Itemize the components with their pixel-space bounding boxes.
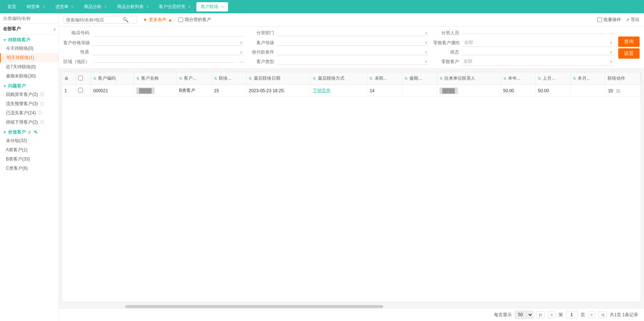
retail-attr-caret-icon: ∨ (610, 41, 612, 45)
sort-icon-this-month: ⇅ (573, 76, 576, 80)
contact-person-masked: ████ (440, 87, 458, 94)
export-btn[interactable]: ↗ 导出 (626, 17, 640, 23)
cell-contact-count: 15 (211, 85, 246, 97)
edit-value-icon[interactable]: ✎ (34, 130, 38, 135)
customer-type-caret-icon: ∨ (425, 59, 427, 63)
query-button[interactable]: 查询 (618, 37, 640, 47)
nav-sales[interactable]: 销货单 × (22, 2, 49, 11)
sidebar-search-input[interactable] (3, 16, 58, 21)
more-filter-btn[interactable]: ▼ 更多条件 ▲ (140, 15, 175, 24)
my-customers-checkbox[interactable] (178, 17, 183, 22)
last-page-btn[interactable]: >| (598, 311, 607, 318)
filter-status-select[interactable]: ∨ (462, 49, 614, 55)
settings-button[interactable]: 设置 (618, 48, 640, 59)
filter-customer-type-select[interactable]: ∨ (277, 59, 429, 65)
horizontal-scrollbar[interactable] (59, 305, 644, 308)
scrollbar-thumb[interactable] (125, 305, 383, 308)
filter-phone-input[interactable] (92, 30, 244, 37)
filter-dept-select[interactable]: ∨ (277, 30, 429, 36)
sidebar-item-churned[interactable]: 已流失客户(24) ⓘ (0, 108, 59, 118)
close-purchase-tab-icon[interactable]: × (71, 5, 74, 9)
cell-actions: ☎ ⊞ (605, 85, 641, 97)
close-customer-contact-tab-icon[interactable]: × (221, 5, 224, 9)
next-page-btn[interactable]: > (588, 311, 595, 318)
info-icon-repurchase[interactable]: ⓘ (40, 92, 44, 97)
row-checkbox[interactable] (78, 88, 83, 93)
filter-nature: 性质 ∨ (63, 49, 244, 55)
filter-person-dots[interactable]: ··· (609, 30, 614, 36)
filter-buttons: 查询 设置 (618, 30, 640, 66)
cell-this-year: 50.00 (501, 85, 536, 97)
main-search-box: 🔍 (63, 16, 137, 24)
main-search-input[interactable] (66, 17, 121, 23)
content-area: 🔍 ▼ 更多条件 ▲ 我分管的客户 批量操作 ↗ 导出 (59, 13, 644, 321)
close-product-analysis-tab-icon[interactable]: × (105, 5, 107, 9)
sidebar-all-customers[interactable]: 全部客户 « (0, 24, 59, 35)
sidebar-item-7days[interactable]: 近7天待联络(0) (0, 62, 59, 72)
filter-retail-attr-select[interactable]: 全部 ∨ (463, 39, 614, 47)
filter-region: 区域（地区） ··· (63, 59, 244, 65)
nav-product-analysis[interactable]: 商品分析 × (80, 2, 111, 11)
filter-region-input[interactable] (93, 61, 235, 63)
sort-icon-name: ⇅ (136, 76, 139, 80)
info-icon-churn-warning[interactable]: ⓘ (40, 101, 44, 107)
filter-person-input[interactable] (462, 32, 605, 34)
nav-customer-tier[interactable]: 客户分层经营 × (154, 2, 195, 11)
nav-product-analysis-list[interactable]: 商品分析列表 × (113, 2, 153, 11)
per-page-select[interactable]: 50 100 200 (515, 311, 533, 319)
col-last-contact-method: ⇅ 最后联络方式 (311, 72, 367, 85)
filter-customer-level-select[interactable]: ∨ (277, 40, 429, 46)
customer-level-caret-icon: ∨ (425, 41, 427, 45)
filter-person: 分管人员 ··· (433, 30, 614, 36)
filter-price-level-select[interactable]: ∨ (93, 40, 244, 46)
nav-customer-contact[interactable]: 客户联络 × (196, 2, 228, 11)
sidebar-item-declining[interactable]: 持续下滑客户(2) ⓘ (0, 118, 59, 127)
filter-region-dots[interactable]: ··· (239, 59, 244, 65)
sidebar-item-repurchase[interactable]: 回购异常客户(2) ⓘ (0, 90, 59, 99)
first-page-btn[interactable]: |< (536, 311, 545, 318)
batch-op-btn[interactable]: 批量操作 (597, 17, 621, 23)
grid-action-icon[interactable]: ⊞ (616, 88, 620, 94)
filter-region-label: 区域（地区） (63, 59, 90, 65)
filter-phone: 电话号码 (63, 30, 244, 37)
last-method-link[interactable]: 下销货单 (313, 88, 330, 93)
nav-home[interactable]: 首页 (3, 2, 21, 11)
sidebar-item-churn-warning[interactable]: 流失预警客户(3) ⓘ (0, 99, 59, 108)
phone-action-icon[interactable]: ☎ (608, 88, 614, 94)
close-customer-tier-tab-icon[interactable]: × (188, 5, 190, 9)
filter-payment-select[interactable]: ∨ (277, 49, 429, 55)
sidebar-item-today[interactable]: 今天待联络(0) (0, 44, 59, 53)
close-product-list-tab-icon[interactable]: × (147, 5, 149, 9)
col-contact-person: ⇅ 往来单位联系人 (437, 72, 501, 85)
nav-purchase[interactable]: 进货单 × (51, 2, 78, 11)
sort-icon-method: ⇅ (313, 76, 316, 80)
col-last-contact-date: ⇅ 最后联络日期 (246, 72, 311, 85)
cell-type: B类客户 (177, 85, 212, 97)
close-sales-tab-icon[interactable]: × (43, 5, 45, 9)
batch-checkbox[interactable] (597, 17, 602, 22)
sidebar-item-c-class[interactable]: C类客户(6) (0, 164, 59, 173)
select-all-checkbox[interactable] (78, 76, 83, 80)
refresh-value-icon[interactable]: ↺ (27, 130, 31, 135)
sidebar-item-tomorrow[interactable]: 明天待联络(1) (0, 53, 59, 62)
page-input[interactable] (566, 311, 578, 318)
info-icon-churned[interactable]: ⓘ (38, 110, 42, 116)
settings-gear-icon[interactable]: ⚙ (64, 76, 69, 81)
main-search-icon[interactable]: 🔍 (123, 17, 129, 23)
filter-nature-select[interactable]: ∨ (92, 49, 244, 55)
page-label: 第 (559, 312, 563, 318)
sidebar-item-b-class[interactable]: B类客户(33) (0, 155, 59, 164)
sidebar-item-ungrouped[interactable]: 未分组(32) (0, 136, 59, 145)
group-arrow-icon2: ▼ (3, 84, 7, 88)
toolbar: 🔍 ▼ 更多条件 ▲ 我分管的客户 批量操作 ↗ 导出 (59, 13, 644, 27)
prev-page-btn[interactable]: < (548, 311, 555, 318)
price-level-caret-icon: ∨ (240, 41, 242, 45)
table-row: 1 000021 ████ B类客户 (62, 85, 641, 97)
sidebar-search-area: 🔍 (0, 13, 59, 24)
info-icon-declining[interactable]: ⓘ (40, 120, 44, 125)
filter-retail-customer-select[interactable]: 全部 ∨ (462, 58, 614, 66)
sidebar-item-overdue[interactable]: 逾期未联络(30) (0, 72, 59, 81)
filter-person-label: 分管人员 (433, 30, 459, 36)
filter-customer-type-label: 客户类型 (248, 59, 274, 65)
sidebar-item-a-class[interactable]: A类客户(1) (0, 145, 59, 155)
